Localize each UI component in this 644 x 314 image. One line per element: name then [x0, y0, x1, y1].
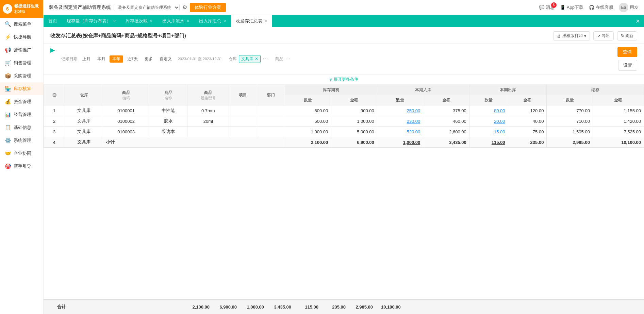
- online-support[interactable]: 🎧 在线客服: [589, 4, 613, 11]
- user-avatar-text: Ea: [621, 5, 626, 10]
- product-more-icon[interactable]: ···: [285, 56, 291, 62]
- tab-batch-close[interactable]: ✕: [150, 19, 153, 23]
- tab-inout-flow-close[interactable]: ✕: [186, 19, 189, 23]
- row-in-qty[interactable]: 230.00: [377, 116, 423, 127]
- page-content: 收发存汇总表(按仓库+商品编码+商品+规格型号+项目+部门) 🖨 按模版打印 ▾…: [44, 27, 644, 314]
- tab-recv-send[interactable]: 收发存汇总表 ✕: [231, 15, 272, 27]
- data-table: ⚙ 仓库 商品编码 商品名称 商品规格型号 项目 部门 库存期初 本期入库 本期…: [44, 85, 644, 148]
- trial-button[interactable]: 体验行业方案: [190, 3, 226, 12]
- sidebar-item-marketing[interactable]: 📢 营销推广: [0, 44, 43, 56]
- product-filter-section: 商品 ···: [275, 56, 291, 62]
- sidebar-item-label: 经营管理: [14, 112, 31, 118]
- row-in-qty[interactable]: 520.00: [377, 127, 423, 137]
- export-label: 导出: [602, 33, 610, 39]
- row-out-amt: 120.00: [508, 105, 547, 116]
- query-button[interactable]: 查询: [617, 47, 637, 57]
- tab-home[interactable]: 首页: [44, 15, 62, 27]
- sidebar-item-sales[interactable]: 🛒 销售管理: [0, 56, 43, 69]
- export-icon: ↗: [597, 34, 600, 38]
- col-opening-amt-header: 金额: [331, 95, 377, 105]
- sidebar-item-label: 快捷导航: [14, 34, 31, 40]
- sidebar-item-finance[interactable]: 💰 资金管理: [0, 95, 43, 108]
- sidebar-item-enterprise[interactable]: 🤝 企业协同: [0, 147, 43, 160]
- row-opening-amt: 900.00: [331, 105, 377, 116]
- date-btn-more[interactable]: 更多: [142, 55, 155, 63]
- user-info[interactable]: Ea 用友: [619, 3, 639, 12]
- logo-sub: 标准版: [14, 9, 39, 14]
- sidebar-item-quick[interactable]: ⚡ 快捷导航: [0, 31, 43, 44]
- row-in-qty[interactable]: 250.00: [377, 105, 423, 116]
- col-project-header: 项目: [229, 85, 257, 105]
- message-badge[interactable]: 💬 消息 6: [539, 4, 555, 11]
- total-out-amt: 235.00: [323, 302, 350, 312]
- row-code: 0100003: [103, 127, 149, 137]
- sidebar-item-label: 企业协同: [14, 150, 31, 156]
- setting-button[interactable]: 设置: [618, 60, 637, 71]
- sidebar-item-search[interactable]: 🔍 搜索菜单: [0, 18, 43, 31]
- tab-batch[interactable]: 库存批次账 ✕: [121, 15, 158, 27]
- sidebar-item-label: 新手引导: [14, 163, 31, 169]
- sidebar: 6 畅捷通好生意 标准版 🔍 搜索菜单 ⚡ 快捷导航 📢 营销推广 🛒 销售管理…: [0, 0, 44, 314]
- date-btn-7days[interactable]: 近7天: [125, 55, 141, 63]
- subtotal-close-amt: 10,100.00: [593, 137, 644, 148]
- logo-icon: 6: [3, 4, 12, 14]
- warehouse-more-icon[interactable]: ···: [263, 56, 268, 62]
- sidebar-item-guide[interactable]: 🎯 新手引导: [0, 160, 43, 173]
- main-area: 装备及固定资产辅助管理系统 装备及固定资产辅助管理系统 ⚙ 体验行业方案 💬 消…: [44, 0, 644, 314]
- tab-stock-dist-close[interactable]: ✕: [113, 19, 116, 23]
- sidebar-item-label: 营销推广: [14, 47, 31, 53]
- export-button[interactable]: ↗ 导出: [593, 31, 614, 40]
- logo-text: 畅捷通好生意: [14, 4, 39, 9]
- date-btn-this-year[interactable]: 本年: [110, 55, 123, 63]
- tab-close-all[interactable]: ✕: [631, 18, 644, 24]
- row-opening-amt: 1,000.00: [331, 116, 377, 127]
- print-button[interactable]: 🖨 按模版打印 ▾: [553, 31, 590, 40]
- tab-inout-sum-close[interactable]: ✕: [223, 19, 226, 23]
- settings-col-icon[interactable]: ⚙: [52, 92, 57, 98]
- date-btn-last-month[interactable]: 上月: [80, 55, 93, 63]
- row-seq: 3: [44, 127, 65, 137]
- row-name: 采访本: [149, 127, 187, 137]
- row-out-qty[interactable]: 15.00: [469, 127, 508, 137]
- sidebar-item-label: 库存核算: [14, 86, 31, 92]
- row-out-qty[interactable]: 80.00: [469, 105, 508, 116]
- date-btn-this-month[interactable]: 本月: [95, 55, 108, 63]
- system-select[interactable]: 装备及固定资产辅助管理系统: [114, 4, 180, 11]
- col-settings[interactable]: ⚙: [44, 85, 65, 105]
- filter-row-1: 记账日期 上月 本月 本年 近7天 更多 自定义 2023-01-01 至: [61, 47, 637, 71]
- tab-inout-sum[interactable]: 出入库汇总 ✕: [194, 15, 231, 27]
- app-download[interactable]: 📱 App下载: [560, 4, 583, 11]
- sidebar-item-operation[interactable]: 📊 经营管理: [0, 108, 43, 121]
- refresh-button[interactable]: ↻ 刷新: [617, 31, 637, 40]
- row-close-amt: 1,420.00: [593, 116, 644, 127]
- sidebar-item-system[interactable]: ⚙️ 系统管理: [0, 134, 43, 147]
- app-label: App下载: [567, 4, 583, 11]
- row-spec: 0.7mm: [187, 105, 229, 116]
- subtotal-in-amt: 3,435.00: [423, 137, 469, 148]
- sidebar-item-basic[interactable]: 📋 基础信息: [0, 121, 43, 134]
- row-in-amt: 460.00: [423, 116, 469, 127]
- tab-recv-send-close[interactable]: ✕: [264, 19, 267, 23]
- total-label: 合计: [44, 302, 186, 312]
- row-project: [229, 127, 257, 137]
- warehouse-remove-icon[interactable]: ✕: [255, 56, 258, 61]
- tab-stock-dist[interactable]: 现存量（库存分布表） ✕: [62, 15, 121, 27]
- date-btn-custom[interactable]: 自定义: [157, 55, 175, 63]
- sidebar-logo: 6 畅捷通好生意 标准版: [0, 0, 43, 18]
- sidebar-item-purchase[interactable]: 📦 采购管理: [0, 69, 43, 82]
- bell-icon: 💬: [539, 5, 544, 10]
- filter-toggle-icon[interactable]: ▶: [50, 47, 54, 53]
- row-dept: [257, 127, 285, 137]
- row-out-qty[interactable]: 20.00: [469, 116, 508, 127]
- col-opening-qty-header: 数量: [285, 95, 331, 105]
- settings-gear-icon[interactable]: ⚙: [182, 4, 187, 11]
- subtotal-warehouse: 文具库: [65, 137, 103, 148]
- tab-inout-flow[interactable]: 出入库流水 ✕: [158, 15, 194, 27]
- table-area: ⚙ 仓库 商品编码 商品名称 商品规格型号 项目 部门 库存期初 本期入库 本期…: [44, 85, 644, 299]
- tab-batch-label: 库存批次账: [126, 18, 148, 24]
- message-count: 6: [551, 2, 557, 8]
- footer-values: 2,100.00 6,900.00 1,000.00 3,435.00 115.…: [186, 302, 405, 312]
- sidebar-item-inventory[interactable]: 🏪 库存核算: [0, 82, 43, 95]
- subtotal-out-amt: 235.00: [508, 137, 547, 148]
- expand-more-button[interactable]: ∨ 展开更多条件: [329, 77, 358, 82]
